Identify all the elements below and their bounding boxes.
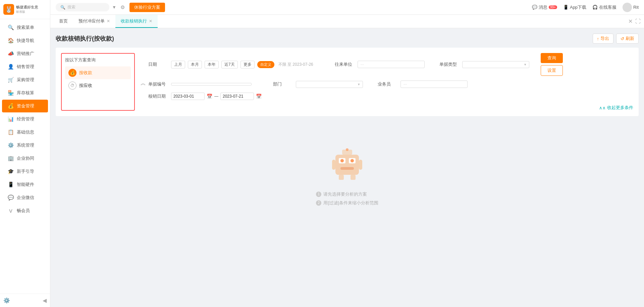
sidebar-label-search: 搜索菜单	[17, 24, 34, 31]
sidebar-item-enterprise[interactable]: 🏢 企业协同	[2, 152, 48, 165]
tab-receipt-close[interactable]: ✕	[149, 19, 152, 23]
sidebar-label-system: 系统管理	[17, 142, 34, 148]
home-icon: 🏠	[7, 38, 14, 44]
sidebar-item-inventory[interactable]: 🏪 库存核算	[2, 87, 48, 99]
sidebar-label-wechat: 企业微信	[17, 195, 34, 201]
search-placeholder: 搜索	[67, 4, 75, 10]
date-btn-this-year[interactable]: 本年	[205, 61, 219, 68]
empty-state: 1 请先选择要分析的方案 2 用[过滤]条件来缩小分析范围	[56, 116, 639, 234]
date-btn-this-month[interactable]: 本月	[188, 61, 202, 68]
docno-input[interactable]	[171, 83, 252, 86]
query-button[interactable]: 查询	[541, 53, 563, 63]
tab-prepay-close[interactable]: ✕	[107, 19, 110, 23]
date-field: 日期 上月 本月 本年 近7天 更多 自定义 不限 至 2023-07-26	[148, 61, 313, 68]
online-service-label: 在线客服	[599, 4, 616, 10]
expand-icon[interactable]: ▼	[112, 5, 116, 10]
date-label: 日期	[148, 61, 168, 67]
collapse-sidebar-icon[interactable]: ◀	[43, 297, 47, 304]
industry-btn[interactable]: 休验行业方案	[129, 3, 165, 12]
tab-receipt[interactable]: 收款核销执行 ✕	[115, 15, 158, 28]
tab-close-icon[interactable]: ✕	[628, 18, 633, 24]
topbar-search[interactable]: 🔍 搜索	[56, 3, 109, 11]
gear-icon[interactable]: ⚙	[120, 4, 125, 10]
doctype-label: 单据类型	[439, 61, 460, 67]
calendar-start-icon[interactable]: 📅	[207, 94, 212, 99]
doctype-field: 单据类型 ▾	[439, 61, 529, 68]
tab-prepay[interactable]: 预付冲应付单 ✕	[73, 15, 115, 28]
party-input[interactable]: ···	[358, 61, 425, 68]
settings-button[interactable]: 设置	[541, 65, 563, 76]
filter-option-receivable[interactable]: ⏱ 按应收	[65, 79, 131, 92]
sidebar-label-sales: 销售管理	[17, 64, 34, 70]
tab-prepay-label: 预付冲应付单	[78, 18, 105, 24]
message-badge: 99+	[549, 5, 557, 9]
tab-bar: 首页 预付冲应付单 ✕ 收款核销执行 ✕ ✕ ⛶	[50, 15, 644, 28]
page-actions: ↑ 导出 ↺ 刷新	[593, 34, 639, 44]
marketing-icon: 📣	[7, 51, 14, 57]
sidebar-label-quicknav: 快捷导航	[17, 38, 34, 44]
sidebar-item-sales[interactable]: 👤 销售管理	[2, 60, 48, 73]
sidebar-item-finance[interactable]: 💰 资金管理	[2, 100, 48, 112]
sidebar-item-system[interactable]: ⚙️ 系统管理	[2, 139, 48, 152]
message-icon: 💬	[532, 5, 537, 10]
hardware-icon: 📱	[7, 182, 14, 188]
sidebar-label-business: 经营管理	[17, 116, 34, 122]
sidebar-label-basic: 基础信息	[17, 129, 34, 135]
empty-tips: 1 请先选择要分析的方案 2 用[过滤]条件来缩小分析范围	[316, 190, 378, 207]
online-service-item[interactable]: 🎧 在线客服	[592, 4, 616, 10]
receivable-option-icon: ⏱	[68, 82, 76, 90]
dept-select[interactable]: ▾	[296, 81, 363, 88]
svg-rect-9	[351, 175, 356, 180]
date-btn-7days[interactable]: 近7天	[221, 61, 238, 68]
user-info[interactable]: Rit	[623, 3, 639, 12]
main-area: 🔍 搜索 ▼ ⚙ 休验行业方案 💬 消息 99+ 📱 App下载 🎧 在线客服 …	[50, 0, 644, 307]
employee-input[interactable]: ···	[400, 81, 468, 88]
sidebar-item-marketing[interactable]: 📣 营销推广	[2, 47, 48, 60]
settings-footer-icon[interactable]: ⚙️	[3, 297, 10, 304]
service-icon: 🎧	[592, 5, 598, 10]
filter-row-1: 日期 上月 本月 本年 近7天 更多 自定义 不限 至 2023-07-26 往…	[148, 53, 633, 76]
app-download-item[interactable]: 📱 App下载	[563, 4, 586, 10]
collapse-more-button[interactable]: ∧∧ 收起更多条件	[599, 105, 633, 111]
tab-expand-icon[interactable]: ⛶	[635, 18, 641, 24]
date-btn-more[interactable]: 更多	[240, 61, 255, 68]
refresh-button[interactable]: ↺ 刷新	[616, 34, 639, 44]
receipt-option-label: 按收款	[79, 70, 92, 76]
svg-rect-7	[359, 160, 362, 170]
date-btn-last-month[interactable]: 上月	[171, 61, 185, 68]
user-name: Rit	[633, 5, 639, 10]
tab-bar-actions: ✕ ⛶	[628, 15, 644, 28]
message-item[interactable]: 💬 消息 99+	[532, 4, 557, 10]
svg-point-3	[340, 159, 344, 162]
tab-home[interactable]: 首页	[54, 15, 73, 28]
filter-row-2: 单据编号 部门 ▾ 业务员 ···	[148, 81, 633, 88]
sidebar-item-wechat[interactable]: 💬 企业微信	[2, 191, 48, 204]
page-header: 收款核销执行(按收款) ↑ 导出 ↺ 刷新	[56, 34, 639, 44]
verify-date-start[interactable]	[171, 93, 205, 100]
date-buttons: 上月 本月 本年 近7天 更多 自定义	[171, 61, 274, 68]
calendar-end-icon[interactable]: 📅	[256, 94, 262, 99]
verify-date-end[interactable]	[220, 93, 254, 100]
svg-rect-5	[340, 167, 354, 170]
export-icon: ↑	[597, 36, 599, 41]
sidebar-item-purchase[interactable]: 🛒 采购管理	[2, 73, 48, 86]
sidebar-item-guide[interactable]: 🎓 新手引导	[2, 165, 48, 178]
date-btn-custom[interactable]: 自定义	[257, 61, 274, 68]
doctype-select[interactable]: ▾	[462, 61, 529, 68]
dept-field: 部门 ▾	[273, 81, 363, 88]
sidebar-item-business[interactable]: 📊 经营管理	[2, 113, 48, 125]
sidebar-item-hardware[interactable]: 📱 智能硬件	[2, 178, 48, 191]
topbar: 🔍 搜索 ▼ ⚙ 休验行业方案 💬 消息 99+ 📱 App下载 🎧 在线客服 …	[50, 0, 644, 15]
chevron-down-icon: ▾	[524, 62, 526, 67]
search-icon: 🔍	[7, 24, 14, 31]
sidebar-item-quicknav[interactable]: 🏠 快捷导航	[2, 34, 48, 47]
filter-option-receipt[interactable]: 💰 按收款	[65, 66, 131, 79]
filter-collapse-side[interactable]: 《	[140, 53, 146, 111]
export-button[interactable]: ↑ 导出	[593, 34, 614, 44]
sidebar-item-basic[interactable]: 📋 基础信息	[2, 126, 48, 139]
topbar-right: 💬 消息 99+ 📱 App下载 🎧 在线客服 Rit	[532, 3, 639, 12]
empty-tip-1: 1 请先选择要分析的方案	[316, 190, 378, 199]
sidebar-item-member[interactable]: V 畅会员	[2, 204, 48, 217]
sidebar-item-search[interactable]: 🔍 搜索菜单	[2, 21, 48, 34]
finance-icon: 💰	[7, 103, 14, 109]
